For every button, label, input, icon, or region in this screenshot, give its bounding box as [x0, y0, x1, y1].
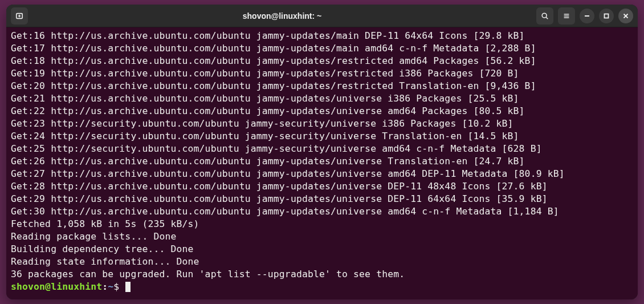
new-tab-button[interactable]: [11, 7, 28, 25]
prompt-user-host: shovon@linuxhint: [11, 281, 102, 292]
minimize-button[interactable]: [580, 9, 594, 23]
prompt-symbol: $: [113, 281, 119, 292]
terminal-output[interactable]: Get:16 http://us.archive.ubuntu.com/ubun…: [6, 27, 638, 299]
output-line: Get:29 http://us.archive.ubuntu.com/ubun…: [11, 193, 548, 204]
search-button[interactable]: [536, 7, 553, 25]
output-line: Get:18 http://us.archive.ubuntu.com/ubun…: [11, 55, 536, 66]
output-line: Fetched 1,058 kB in 5s (235 kB/s): [11, 218, 199, 229]
close-button[interactable]: [618, 9, 633, 23]
minimize-icon: [584, 13, 590, 19]
prompt-path: ~: [108, 281, 113, 292]
output-line: Get:19 http://us.archive.ubuntu.com/ubun…: [11, 68, 519, 79]
plus-tab-icon: [15, 12, 23, 20]
output-line: Get:28 http://us.archive.ubuntu.com/ubun…: [11, 181, 548, 192]
svg-rect-9: [604, 14, 608, 18]
output-line: Reading state information... Done: [11, 256, 199, 267]
output-line: Get:17 http://us.archive.ubuntu.com/ubun…: [11, 43, 536, 54]
output-line: Get:30 http://us.archive.ubuntu.com/ubun…: [11, 206, 559, 217]
hamburger-icon: [563, 12, 570, 20]
svg-point-3: [542, 13, 547, 18]
output-line: Get:26 http://us.archive.ubuntu.com/ubun…: [11, 156, 525, 167]
search-icon: [541, 12, 549, 20]
output-line: Get:27 http://us.archive.ubuntu.com/ubun…: [11, 168, 565, 179]
menu-button[interactable]: [558, 7, 575, 25]
svg-line-4: [546, 17, 548, 19]
output-line: Reading package lists... Done: [11, 231, 177, 242]
prompt-separator: :: [102, 281, 108, 292]
maximize-icon: [604, 13, 609, 19]
window-title: shovon@linuxhint: ~: [243, 11, 321, 21]
output-line: 36 packages can be upgraded. Run 'apt li…: [11, 269, 405, 279]
close-icon: [623, 13, 629, 19]
cursor: [125, 282, 131, 292]
output-line: Get:24 http://security.ubuntu.com/ubuntu…: [11, 131, 519, 141]
maximize-button[interactable]: [599, 9, 614, 23]
terminal-window: shovon@linuxhint: ~: [6, 5, 638, 299]
output-line: Building dependency tree... Done: [11, 244, 194, 254]
output-line: Get:16 http://us.archive.ubuntu.com/ubun…: [11, 30, 525, 41]
output-line: Get:21 http://us.archive.ubuntu.com/ubun…: [11, 93, 519, 104]
output-line: Get:23 http://security.ubuntu.com/ubuntu…: [11, 118, 513, 129]
output-line: Get:25 http://security.ubuntu.com/ubuntu…: [11, 143, 542, 154]
output-line: Get:20 http://us.archive.ubuntu.com/ubun…: [11, 80, 536, 91]
titlebar: shovon@linuxhint: ~: [6, 5, 638, 27]
output-line: Get:22 http://us.archive.ubuntu.com/ubun…: [11, 106, 525, 116]
